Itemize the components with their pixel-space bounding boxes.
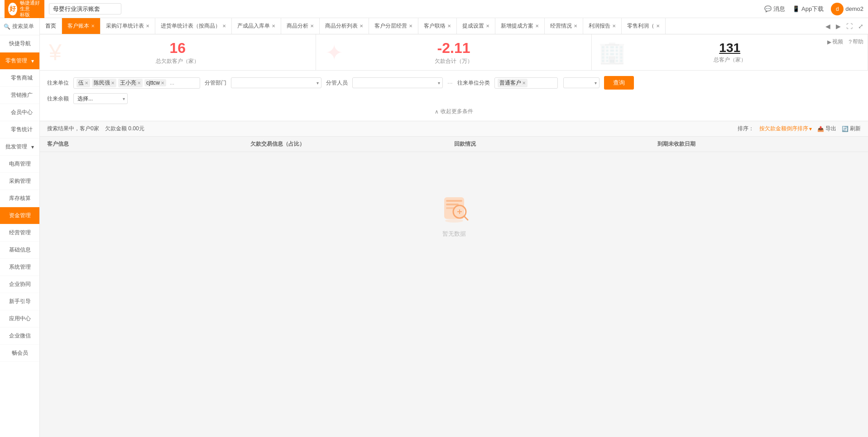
download-icon: 📱 — [792, 5, 800, 12]
filter-person-wrap — [352, 77, 443, 88]
app-logo[interactable]: 好 畅捷通好生意 标版 — [5, 0, 44, 18]
tab-close-icon[interactable]: ✕ — [360, 24, 363, 28]
filter-more-tags[interactable]: ... — [168, 79, 176, 86]
remove-tag-cjttcw[interactable]: ✕ — [161, 81, 164, 86]
sidebar-item-finance-mgmt[interactable]: 资金管理 — [0, 207, 39, 224]
stats-bar: ¥ 16 总欠款客户（家） ✦ -2.11 欠款合计（万） 🏢 131 总客户（… — [40, 34, 868, 71]
top-bar-right: 💬 消息 📱 App下载 d demo2 — [764, 3, 863, 15]
sidebar-item-new-guide[interactable]: 新手引导 — [0, 293, 39, 310]
sidebar-item-base-info[interactable]: 基础信息 — [0, 242, 39, 259]
tab-business-situation[interactable]: 经营情况 ✕ — [545, 18, 583, 34]
filter-unit-class-select[interactable] — [563, 77, 599, 88]
tab-expand[interactable]: ⛶ — [844, 22, 854, 31]
sidebar-item-enterprise-wechat[interactable]: 企业微信 — [0, 328, 39, 345]
tab-close-icon[interactable]: ✕ — [272, 24, 275, 28]
chevron-right-icon: ▾ — [31, 144, 34, 150]
tab-fullscreen[interactable]: ⤢ — [856, 22, 865, 31]
sidebar-item-member-center[interactable]: 会员中心 — [0, 104, 39, 121]
empty-state: 暂无数据 — [40, 152, 868, 274]
stat-total-customers: 🏢 131 总客户（家） — [592, 34, 868, 70]
tab-close-icon[interactable]: ✕ — [612, 24, 616, 28]
message-icon: 💬 — [764, 5, 772, 12]
tab-goods-in-stats[interactable]: 进货单统计表（按商品） ✕ — [155, 18, 232, 34]
collapse-btn[interactable]: ∧ 收起更多条件 — [435, 108, 473, 115]
sidebar-item-ops-mgmt[interactable]: 经营管理 — [0, 224, 39, 242]
filter-person-select[interactable] — [352, 77, 443, 88]
sort-select[interactable]: 按欠款金额倒序排序 ▾ — [759, 125, 812, 133]
tab-close-icon[interactable]: ✕ — [656, 24, 660, 28]
filter-balance-wrap: 选择... — [73, 93, 128, 104]
search-info-right: 排序： 按欠款金额倒序排序 ▾ 📤 导出 🔄 刷新 — [738, 125, 861, 133]
tab-retail-profit[interactable]: 零售利润（ ✕ — [622, 18, 666, 34]
sidebar-item-system-mgmt[interactable]: 系统管理 — [0, 259, 39, 276]
stat-debt-total: ✦ -2.11 欠款合计（万） — [316, 34, 592, 70]
sidebar-item-inventory[interactable]: 库存核算 — [0, 190, 39, 207]
sidebar-search[interactable]: 🔍 搜索菜单 — [0, 18, 39, 35]
tab-new-promotion[interactable]: 新增提成方案 ✕ — [495, 18, 545, 34]
remove-normal-customer[interactable]: ✕ — [522, 81, 526, 86]
tab-bar-controls: ◀ ▶ ⛶ ⤢ — [821, 22, 868, 31]
tab-purchase-order-stats[interactable]: 采购订单统计表 ✕ — [101, 18, 155, 34]
tab-promotion-settings[interactable]: 提成设置 ✕ — [457, 18, 495, 34]
video-link[interactable]: ▶ 视频 — [827, 38, 843, 46]
tab-scroll-right[interactable]: ▶ — [834, 22, 843, 31]
tab-close-icon[interactable]: ✕ — [409, 24, 412, 28]
export-icon: 📤 — [817, 126, 824, 132]
messages-btn[interactable]: 💬 消息 — [764, 5, 785, 13]
query-button[interactable]: 查询 — [604, 76, 634, 90]
tab-scroll-left[interactable]: ◀ — [824, 22, 832, 31]
tab-bar: 首页 客户账本 ✕ 采购订单统计表 ✕ 进货单统计表（按商品） ✕ 产成品入库单… — [40, 18, 868, 34]
remove-tag-wu[interactable]: ✕ — [85, 81, 88, 86]
sidebar-item-retail-mall[interactable]: 零售商城 — [0, 70, 39, 87]
tab-close-icon[interactable]: ✕ — [447, 24, 451, 28]
tab-close-icon[interactable]: ✕ — [535, 24, 539, 28]
sidebar-item-app-center[interactable]: 应用中心 — [0, 310, 39, 328]
main-content: 首页 客户账本 ✕ 采购订单统计表 ✕ 进货单统计表（按商品） ✕ 产成品入库单… — [40, 18, 868, 437]
tab-product-in[interactable]: 产成品入库单 ✕ — [232, 18, 281, 34]
person-more-btn[interactable]: ··· — [447, 79, 453, 86]
col-header-debt: 欠款交易信息（占比） — [250, 140, 454, 148]
tab-customer-segment[interactable]: 客户分层经营 ✕ — [369, 18, 418, 34]
logo-icon: 好 — [8, 3, 17, 15]
tab-close-icon[interactable]: ✕ — [310, 24, 314, 28]
filter-balance-select[interactable]: 选择... — [73, 93, 128, 104]
tab-product-analysis[interactable]: 商品分析 ✕ — [281, 18, 320, 34]
tab-close-icon[interactable]: ✕ — [574, 24, 577, 28]
tab-close-icon[interactable]: ✕ — [222, 24, 226, 28]
tab-close-icon[interactable]: ✕ — [486, 24, 489, 28]
filter-dept-select[interactable] — [231, 77, 321, 88]
help-icon: ? — [849, 39, 852, 45]
sidebar-item-retail-mgmt[interactable]: 零售管理 ▾ — [0, 52, 39, 70]
remove-tag-wang[interactable]: ✕ — [137, 81, 141, 86]
tab-customer-book[interactable]: 客户账本 ✕ — [62, 18, 101, 34]
user-profile[interactable]: d demo2 — [831, 3, 863, 15]
sort-label: 排序： — [738, 125, 754, 133]
app-download-btn[interactable]: 📱 App下载 — [792, 5, 824, 13]
filter-balance-label: 往来余额 — [47, 95, 69, 103]
filter-dept-label: 分管部门 — [205, 79, 226, 87]
search-icon: 🔍 — [4, 24, 10, 30]
table-header: 客户信息 欠款交易信息（占比） 回款情况 到期未收款日期 — [40, 137, 868, 152]
chevron-down-icon: ▾ — [31, 58, 34, 64]
remove-tag-chen[interactable]: ✕ — [111, 81, 115, 86]
sidebar-item-retail-stats[interactable]: 零售统计 — [0, 121, 39, 138]
account-selector[interactable]: 母婴行业演示账套 — [49, 3, 121, 14]
sidebar-item-purchase-mgmt[interactable]: 采购管理 — [0, 173, 39, 190]
refresh-btn[interactable]: 🔄 刷新 — [842, 125, 861, 133]
export-btn[interactable]: 📤 导出 — [817, 125, 836, 133]
sidebar-item-quick-nav[interactable]: 快捷导航 — [0, 35, 39, 52]
filter-unit-class-select-wrap — [563, 77, 599, 88]
tab-close-icon[interactable]: ✕ — [91, 24, 95, 28]
sidebar-item-batch-mgmt[interactable]: 批发管理 ▾ — [0, 138, 39, 156]
tab-profit-report[interactable]: 利润报告 ✕ — [583, 18, 622, 34]
sidebar-item-ecom-mgmt[interactable]: 电商管理 — [0, 156, 39, 173]
tab-home[interactable]: 首页 — [40, 18, 62, 34]
filter-row-2: 往来余额 选择... — [47, 93, 861, 104]
tab-customer-contact[interactable]: 客户联络 ✕ — [418, 18, 457, 34]
sidebar-item-enterprise-collab[interactable]: 企业协同 — [0, 276, 39, 293]
help-link[interactable]: ? 帮助 — [849, 38, 863, 46]
sidebar-item-member-club[interactable]: 畅会员 — [0, 345, 39, 362]
tab-product-analysis-list[interactable]: 商品分析列表 ✕ — [320, 18, 369, 34]
sidebar-item-marketing[interactable]: 营销推广 — [0, 87, 39, 104]
tab-close-icon[interactable]: ✕ — [146, 24, 149, 28]
